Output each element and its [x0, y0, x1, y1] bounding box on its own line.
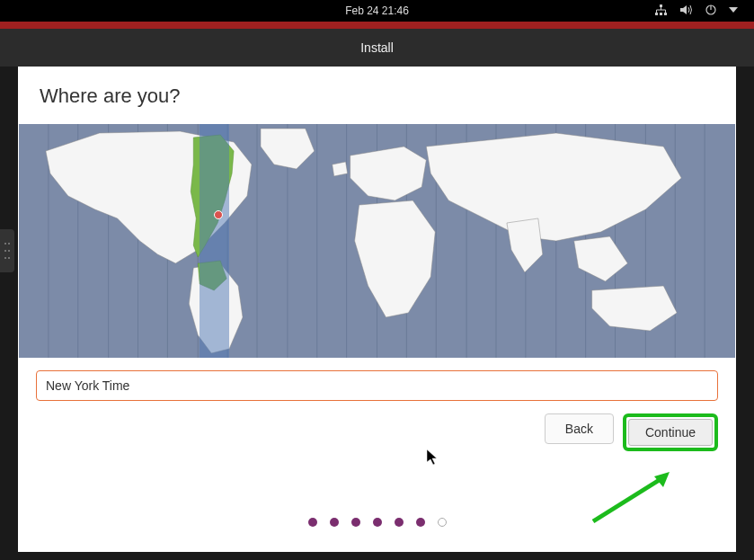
- progress-dot: [330, 518, 339, 527]
- back-button[interactable]: Back: [545, 413, 614, 444]
- location-pin-icon: [214, 210, 223, 219]
- svg-marker-8: [680, 5, 687, 14]
- page-heading: Where are you?: [18, 67, 736, 124]
- world-map-svg: [19, 124, 735, 358]
- window-titlebar-accent: [0, 22, 754, 29]
- svg-marker-11: [729, 7, 738, 13]
- system-tray: [655, 4, 738, 18]
- continue-button[interactable]: Continue: [628, 419, 713, 446]
- clock: Feb 24 21:46: [345, 4, 409, 17]
- svg-point-38: [4, 250, 6, 252]
- power-icon[interactable]: [705, 4, 716, 18]
- svg-point-39: [8, 250, 10, 252]
- svg-point-37: [8, 243, 10, 244]
- progress-dot: [438, 518, 447, 527]
- button-row: Back Continue: [18, 401, 736, 451]
- side-panel-tab[interactable]: [0, 229, 14, 272]
- svg-rect-0: [655, 13, 658, 15]
- chevron-down-icon[interactable]: [729, 4, 738, 17]
- svg-rect-2: [664, 13, 667, 15]
- timezone-input-container: [18, 358, 736, 401]
- timezone-map[interactable]: [19, 124, 735, 358]
- volume-icon[interactable]: [680, 4, 693, 18]
- progress-dot: [395, 518, 404, 527]
- progress-dot: [351, 518, 360, 527]
- window-title-text: Install: [360, 40, 394, 55]
- continue-button-highlight: Continue: [623, 413, 718, 451]
- progress-dot: [416, 518, 425, 527]
- svg-point-36: [4, 243, 6, 244]
- progress-dot: [308, 518, 317, 527]
- svg-point-41: [8, 257, 10, 259]
- timezone-input[interactable]: [36, 370, 718, 401]
- installer-content: Where are you?: [18, 67, 736, 552]
- window-title: Install: [0, 29, 754, 67]
- svg-rect-1: [660, 13, 662, 15]
- network-icon[interactable]: [655, 4, 668, 18]
- svg-point-40: [4, 257, 6, 259]
- svg-rect-3: [660, 4, 662, 7]
- progress-indicator: [308, 518, 447, 527]
- timezone-band-highlight: [200, 124, 229, 358]
- top-menu-bar: Feb 24 21:46: [0, 0, 754, 22]
- progress-dot: [373, 518, 382, 527]
